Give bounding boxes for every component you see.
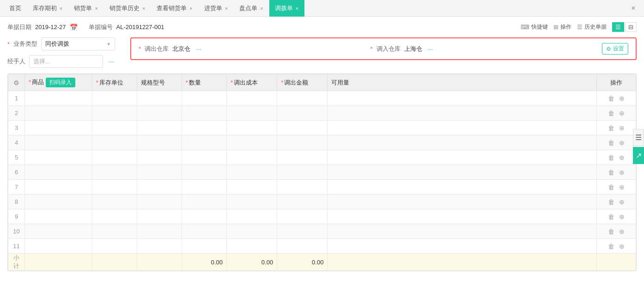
row-2-available[interactable] xyxy=(328,106,597,121)
handler-select[interactable]: 选择... xyxy=(29,55,103,68)
row-10-amount[interactable] xyxy=(277,224,328,239)
row-4-cost[interactable] xyxy=(226,135,277,150)
row-1-product[interactable] xyxy=(25,91,92,106)
row-11-available[interactable] xyxy=(328,239,597,254)
row-7-amount[interactable] xyxy=(277,180,328,195)
delete-icon-9[interactable]: 🗑 xyxy=(608,213,614,220)
tab-inventory-check[interactable]: 盘点单 × xyxy=(234,0,269,17)
row-8-spec[interactable] xyxy=(137,195,182,209)
tab-purchase-order[interactable]: 进货单 × xyxy=(199,0,234,17)
copy-icon-6[interactable]: ⊕ xyxy=(619,169,625,176)
row-5-spec[interactable] xyxy=(137,150,182,165)
row-1-amount[interactable] xyxy=(277,91,328,106)
row-2-unit[interactable] xyxy=(92,106,137,121)
row-3-cost[interactable] xyxy=(226,121,277,135)
copy-icon-3[interactable]: ⊕ xyxy=(619,124,625,132)
row-8-unit[interactable] xyxy=(92,195,137,209)
tab-view-sales[interactable]: 查看销货单 × xyxy=(151,0,198,17)
row-4-quantity[interactable] xyxy=(182,135,226,150)
row-4-unit[interactable] xyxy=(92,135,137,150)
row-5-cost[interactable] xyxy=(226,150,277,165)
row-8-product[interactable] xyxy=(25,195,92,209)
delete-icon-5[interactable]: 🗑 xyxy=(608,154,614,161)
row-5-amount[interactable] xyxy=(277,150,328,165)
history-button[interactable]: ☰ 历史单据 xyxy=(577,23,607,31)
row-1-quantity[interactable] xyxy=(182,91,226,106)
tab-sales-order-close[interactable]: × xyxy=(95,6,97,11)
row-3-product[interactable] xyxy=(25,121,92,135)
row-6-product[interactable] xyxy=(25,165,92,180)
row-10-cost[interactable] xyxy=(226,224,277,239)
row-10-unit[interactable] xyxy=(92,224,137,239)
copy-icon-4[interactable]: ⊕ xyxy=(619,139,625,146)
delete-icon-10[interactable]: 🗑 xyxy=(608,228,614,235)
tab-sales-history[interactable]: 销货单历史 × xyxy=(104,0,151,17)
business-type-select[interactable]: 同价调拨 ▼ xyxy=(41,37,115,50)
copy-icon-5[interactable]: ⊕ xyxy=(619,154,625,161)
row-5-quantity[interactable] xyxy=(182,150,226,165)
row-3-spec[interactable] xyxy=(137,121,182,135)
row-4-spec[interactable] xyxy=(137,135,182,150)
delete-icon-7[interactable]: 🗑 xyxy=(608,183,614,191)
row-5-unit[interactable] xyxy=(92,150,137,165)
calendar-icon[interactable]: 📅 xyxy=(70,24,78,31)
row-3-amount[interactable] xyxy=(277,121,328,135)
tab-view-sales-close[interactable]: × xyxy=(189,6,192,11)
row-11-quantity[interactable] xyxy=(182,239,226,254)
view-grid-button[interactable]: ⊟ xyxy=(625,22,637,32)
scan-barcode-button[interactable]: 扫码录入 xyxy=(46,78,75,87)
tab-inventory-init[interactable]: 库存期初 × xyxy=(27,0,68,17)
row-4-amount[interactable] xyxy=(277,135,328,150)
delete-icon-3[interactable]: 🗑 xyxy=(608,124,614,132)
row-7-product[interactable] xyxy=(25,180,92,195)
row-9-product[interactable] xyxy=(25,209,92,224)
delete-icon-1[interactable]: 🗑 xyxy=(608,95,614,102)
row-9-unit[interactable] xyxy=(92,209,137,224)
row-4-available[interactable] xyxy=(328,135,597,150)
row-6-spec[interactable] xyxy=(137,165,182,180)
row-11-cost[interactable] xyxy=(226,239,277,254)
row-8-cost[interactable] xyxy=(226,195,277,209)
copy-icon-7[interactable]: ⊕ xyxy=(619,183,625,191)
row-8-available[interactable] xyxy=(328,195,597,209)
delete-icon-4[interactable]: 🗑 xyxy=(608,139,614,146)
row-8-amount[interactable] xyxy=(277,195,328,209)
warehouse-out-more-button[interactable]: ··· xyxy=(194,45,203,53)
row-10-spec[interactable] xyxy=(137,224,182,239)
row-9-quantity[interactable] xyxy=(182,209,226,224)
row-2-cost[interactable] xyxy=(226,106,277,121)
row-9-cost[interactable] xyxy=(226,209,277,224)
tab-sales-order[interactable]: 销货单 × xyxy=(68,0,103,17)
row-6-unit[interactable] xyxy=(92,165,137,180)
row-2-quantity[interactable] xyxy=(182,106,226,121)
tab-purchase-order-close[interactable]: × xyxy=(225,6,228,11)
handler-more-button[interactable]: ··· xyxy=(107,58,116,65)
row-7-quantity[interactable] xyxy=(182,180,226,195)
warehouse-in-more-button[interactable]: ··· xyxy=(426,45,435,53)
row-11-unit[interactable] xyxy=(92,239,137,254)
row-6-quantity[interactable] xyxy=(182,165,226,180)
row-8-quantity[interactable] xyxy=(182,195,226,209)
row-3-unit[interactable] xyxy=(92,121,137,135)
row-7-available[interactable] xyxy=(328,180,597,195)
delete-icon-2[interactable]: 🗑 xyxy=(608,110,614,117)
row-6-cost[interactable] xyxy=(226,165,277,180)
window-close-button[interactable]: × xyxy=(626,1,640,15)
row-9-available[interactable] xyxy=(328,209,597,224)
delete-icon-11[interactable]: 🗑 xyxy=(608,243,614,250)
sidebar-list-icon[interactable]: ☰ xyxy=(633,129,644,146)
row-5-product[interactable] xyxy=(25,150,92,165)
copy-icon-8[interactable]: ⊕ xyxy=(619,198,625,206)
row-1-spec[interactable] xyxy=(137,91,182,106)
copy-icon-9[interactable]: ⊕ xyxy=(619,213,625,220)
row-2-amount[interactable] xyxy=(277,106,328,121)
row-7-cost[interactable] xyxy=(226,180,277,195)
row-9-spec[interactable] xyxy=(137,209,182,224)
row-10-available[interactable] xyxy=(328,224,597,239)
copy-icon-10[interactable]: ⊕ xyxy=(619,228,625,235)
row-7-spec[interactable] xyxy=(137,180,182,195)
tab-inventory-init-close[interactable]: × xyxy=(60,6,62,11)
tab-home[interactable]: 首页 xyxy=(4,0,27,17)
row-6-available[interactable] xyxy=(328,165,597,180)
row-10-product[interactable] xyxy=(25,224,92,239)
